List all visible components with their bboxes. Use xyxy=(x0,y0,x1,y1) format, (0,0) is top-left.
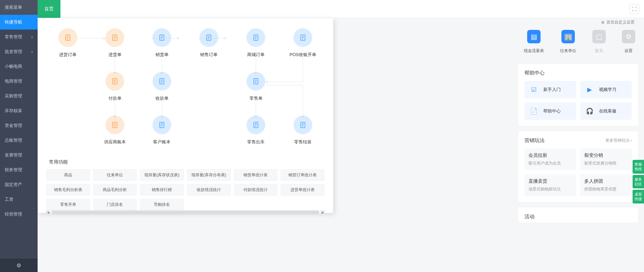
flow-node-销售订单[interactable]: 销售订单 xyxy=(185,28,232,72)
flow-label: 收款单 xyxy=(155,95,169,101)
float-button-1[interactable]: 服务社区 xyxy=(633,175,644,189)
common-function-label: 销售排行榜 xyxy=(152,187,172,193)
sidebar-item-13[interactable]: 工资 xyxy=(0,192,38,207)
fullscreen-button[interactable]: ⛶ xyxy=(629,4,639,14)
flow-circle xyxy=(152,72,171,91)
sidebar-item-5[interactable]: 电商管理 xyxy=(0,74,38,89)
common-function-10[interactable]: 付款情况统计 xyxy=(234,184,278,195)
sidebar-item-0[interactable]: 搜索菜单 xyxy=(0,0,38,15)
flow-node-零售单[interactable]: 零售单 xyxy=(232,72,279,116)
custom-home-link[interactable]: ⚙ 首页自定义设置 xyxy=(601,19,635,25)
flow-label: 销货单 xyxy=(155,52,169,58)
book-icon: 📄 xyxy=(529,106,539,116)
common-function-11[interactable]: 进货单统计表 xyxy=(281,184,324,195)
sidebar-item-14[interactable]: 经营管理 xyxy=(0,207,38,222)
doc-icon xyxy=(110,77,119,86)
float-button-2[interactable]: 桌面快捷 xyxy=(633,190,644,203)
marketing-card-title: 会员拉新 xyxy=(528,152,572,158)
top-tile-3[interactable]: ⚙设置 xyxy=(622,30,635,54)
sidebar-item-10[interactable]: 发票管理 xyxy=(0,148,38,163)
common-function-8[interactable]: 销售排行榜 xyxy=(140,184,184,195)
common-function-9[interactable]: 收款情况统计 xyxy=(187,184,231,195)
flow-circle xyxy=(199,28,218,47)
common-function-0[interactable]: 商品 xyxy=(46,169,90,181)
common-function-label: 现存量(库存分布表) xyxy=(191,172,226,178)
help-card-3[interactable]: 🎧在线客服 xyxy=(580,102,632,120)
flow-circle xyxy=(246,28,265,47)
top-tile-1[interactable]: 🏢往来单位 xyxy=(560,30,576,54)
common-function-label: 销售毛利分析表 xyxy=(54,187,82,193)
right-column: 帮助中心 ☑新手入门▶视频学习📄帮助中心🎧在线客服 营销玩法 更多营销玩法 › … xyxy=(518,64,638,223)
flow-node-POS收银开单[interactable]: POS收银开单 xyxy=(279,28,326,72)
common-function-5[interactable]: 销货订单统计表 xyxy=(281,169,324,181)
sidebar-item-label: 总账管理 xyxy=(5,137,22,143)
help-panel: 帮助中心 ☑新手入门▶视频学习📄帮助中心🎧在线客服 xyxy=(518,64,638,126)
sidebar-item-label: 经营管理 xyxy=(5,211,22,217)
chevron-down-icon: ▾ xyxy=(31,50,33,54)
sidebar-item-label: 小畅电商 xyxy=(5,63,22,70)
flow-label: 客户账本 xyxy=(153,139,171,145)
marketing-card-title: 直播卖货 xyxy=(528,178,572,184)
sidebar-item-7[interactable]: 库存核算 xyxy=(0,103,38,118)
common-function-3[interactable]: 现存量(库存分布表) xyxy=(187,169,231,181)
sidebar-item-12[interactable]: 固定资产 xyxy=(0,177,38,192)
flow-node-收款单[interactable]: 收款单 xyxy=(138,72,185,116)
flow-label: 进货订单 xyxy=(59,52,77,58)
marketing-more-link[interactable]: 更多营销玩法 › xyxy=(605,138,632,143)
top-tile-0[interactable]: ▤现金流量表 xyxy=(524,30,544,54)
activity-panel: 活动 xyxy=(518,208,638,223)
horizontal-scrollbar[interactable]: ◀ ▶ xyxy=(44,210,326,215)
top-tile-2[interactable]: ▢暂无 xyxy=(592,30,606,54)
tab-home[interactable]: 首页 xyxy=(38,0,60,18)
flow-node-零售出库[interactable]: 零售出库 xyxy=(232,116,279,159)
tile-label: 设置 xyxy=(625,48,633,54)
flow-node-进货订单[interactable]: 进货订单 xyxy=(44,28,91,72)
common-function-2[interactable]: 现存量(库存状况表) xyxy=(140,169,184,181)
sidebar-item-3[interactable]: 批发管理▾ xyxy=(0,44,38,59)
sidebar-item-11[interactable]: 税务管理 xyxy=(0,163,38,177)
tile-label: 往来单位 xyxy=(560,48,576,54)
flow-label: 零售出库 xyxy=(247,139,265,145)
flow-node-销货单[interactable]: 销货单 xyxy=(138,28,185,72)
marketing-card-1[interactable]: 裂变分销裂变式发展分销商 xyxy=(580,148,632,170)
common-function-7[interactable]: 商品毛利分析 xyxy=(93,184,137,195)
doc-icon xyxy=(110,121,119,129)
scroll-left-arrow[interactable]: ◀ xyxy=(46,210,50,215)
marketing-card-0[interactable]: 会员拉新吸引用户成为会员 xyxy=(524,148,576,170)
sidebar-item-1[interactable]: 快捷导航 xyxy=(0,15,38,30)
common-function-4[interactable]: 销货单统计表 xyxy=(234,169,278,181)
scroll-thumb[interactable] xyxy=(52,211,319,215)
flow-node-客户账本[interactable]: 客户账本 xyxy=(138,116,185,159)
common-functions-heading: 常用功能 xyxy=(49,159,326,165)
common-function-12[interactable]: 零售开单 xyxy=(46,199,90,210)
common-function-label: 商品 xyxy=(64,172,72,178)
help-card-0[interactable]: ☑新手入门 xyxy=(524,81,576,98)
common-function-6[interactable]: 销售毛利分析表 xyxy=(46,184,90,195)
sidebar-item-2[interactable]: 零售管理▾ xyxy=(0,30,38,44)
sidebar-item-6[interactable]: 采购管理 xyxy=(0,89,38,103)
flow-node-供应商账本[interactable]: 供应商账本 xyxy=(91,116,138,159)
sidebar-item-label: 电商管理 xyxy=(5,78,22,84)
flow-circle xyxy=(152,116,171,134)
help-card-1[interactable]: ▶视频学习 xyxy=(580,81,632,98)
flow-node-商城订单[interactable]: 商城订单 xyxy=(232,28,279,72)
sidebar-settings[interactable]: ⚙ xyxy=(0,259,38,272)
scroll-track[interactable] xyxy=(51,210,320,215)
flow-circle xyxy=(105,72,124,91)
sidebar-item-9[interactable]: 总账管理 xyxy=(0,133,38,148)
flow-node-进货单[interactable]: 进货单 xyxy=(91,28,138,72)
sidebar-item-8[interactable]: 资金管理 xyxy=(0,118,38,133)
marketing-card-2[interactable]: 直播卖货场景式购物新玩法 xyxy=(524,174,576,196)
marketing-card-sub: 拼团购物享受优惠 xyxy=(584,186,628,192)
sidebar-item-label: 库存核算 xyxy=(5,108,22,114)
float-button-0[interactable]: 客服热线 xyxy=(633,160,644,174)
sidebar-item-4[interactable]: 小畅电商 xyxy=(0,59,38,74)
marketing-card-3[interactable]: 多人拼团拼团购物享受优惠 xyxy=(580,174,632,196)
common-function-1[interactable]: 往来单位 xyxy=(93,169,137,181)
flow-node-付款单[interactable]: 付款单 xyxy=(91,72,138,116)
common-function-14[interactable]: 导购排名 xyxy=(140,199,184,210)
common-function-13[interactable]: 门店排名 xyxy=(93,199,137,210)
scroll-right-arrow[interactable]: ▶ xyxy=(320,210,325,215)
help-card-2[interactable]: 📄帮助中心 xyxy=(524,102,576,120)
flow-node-零售结算[interactable]: 零售结算 xyxy=(279,116,326,159)
